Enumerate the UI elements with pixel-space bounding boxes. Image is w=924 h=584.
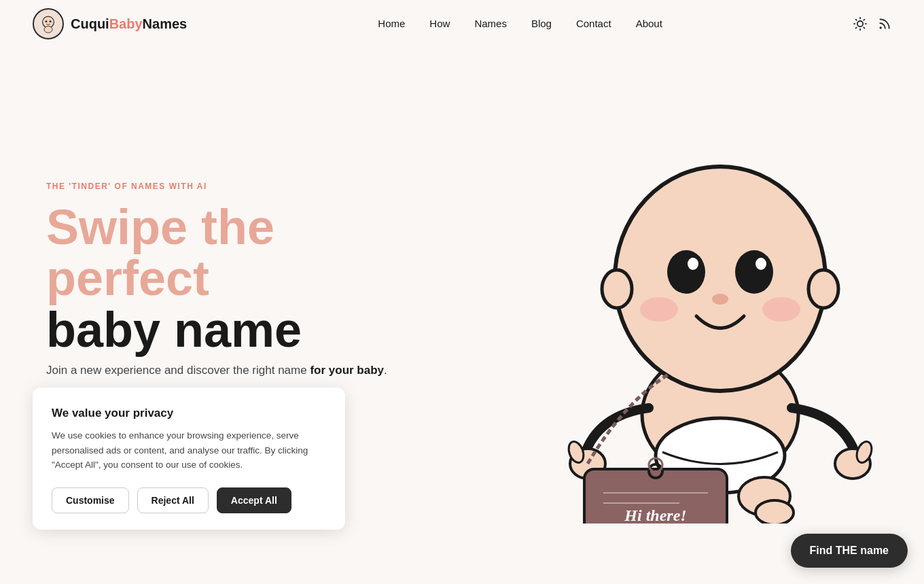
svg-point-1 [46,20,48,22]
nav-links: Home How Names Blog Contact About [378,18,662,30]
cookie-reject-button[interactable]: Reject All [137,487,209,513]
rss-feed-button[interactable] [878,17,891,31]
svg-point-31 [712,294,728,305]
nav-home[interactable]: Home [378,18,405,29]
nav-about[interactable]: About [636,18,662,29]
svg-point-13 [880,27,881,29]
hero-title: Swipe the perfect baby name [46,202,440,356]
hero-tag: THE 'TINDER' OF NAMES WITH AI [46,182,440,191]
svg-point-25 [602,270,632,308]
cookie-body: We use cookies to enhance your browsing … [52,428,326,473]
theme-toggle-button[interactable] [853,17,867,31]
cookie-banner: We value your privacy We use cookies to … [33,388,345,530]
nav-contact[interactable]: Contact [576,18,611,29]
navbar: CuquiBabyNames Home How Names Blog Conta… [0,0,924,48]
svg-point-4 [857,21,863,27]
svg-point-3 [44,27,52,33]
nav-blog[interactable]: Blog [531,18,552,29]
cookie-customise-button[interactable]: Customise [52,487,129,513]
hero-subtitle: Join a new experience and discover the r… [46,362,440,379]
cookie-buttons: Customise Reject All Accept All [52,487,326,513]
cookie-title: We value your privacy [52,407,326,420]
nav-icon-group [853,17,891,31]
hero-illustration: Hi there! [530,61,910,537]
svg-point-29 [688,258,698,270]
logo-link[interactable]: CuquiBabyNames [33,8,187,39]
svg-point-24 [615,167,825,391]
svg-text:Hi there!: Hi there! [624,506,686,523]
nav-how[interactable]: How [429,18,450,29]
svg-line-12 [864,20,864,20]
svg-point-27 [667,250,705,294]
svg-point-2 [50,20,52,22]
svg-line-11 [856,27,857,28]
logo-text: CuquiBabyNames [71,16,187,32]
nav-names[interactable]: Names [474,18,507,29]
svg-point-28 [735,250,773,294]
svg-point-30 [756,258,766,270]
svg-point-32 [640,297,678,322]
svg-point-19 [756,500,794,523]
svg-point-33 [762,297,800,322]
svg-point-26 [808,270,838,308]
baby-svg: Hi there! [544,75,897,523]
cookie-accept-button[interactable]: Accept All [217,487,291,513]
logo-icon [33,8,64,39]
svg-line-7 [856,20,857,20]
svg-line-8 [864,27,864,28]
find-name-button[interactable]: Find THE name [791,534,908,568]
